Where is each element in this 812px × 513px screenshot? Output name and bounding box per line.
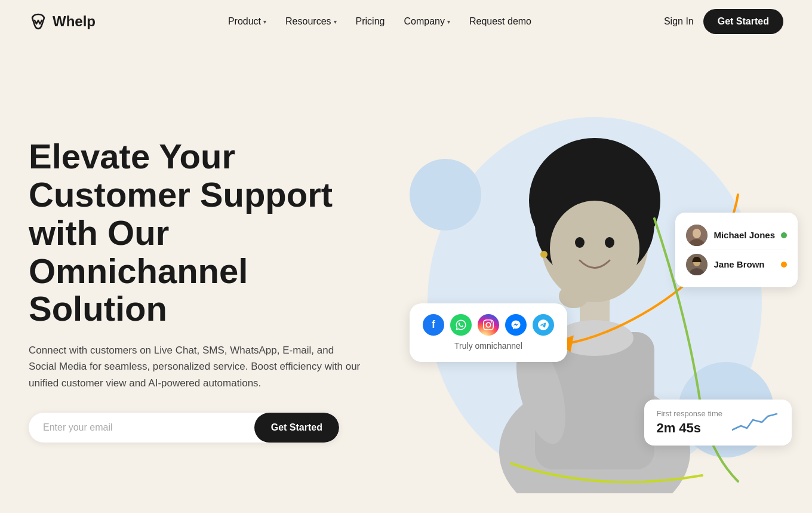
nav-item-pricing[interactable]: Pricing: [356, 16, 385, 27]
hero-visual: Michael Jones Jane Brown: [392, 87, 798, 493]
response-time-value: 2m 45s: [656, 420, 722, 436]
michael-status-dot: [781, 232, 787, 238]
svg-point-15: [693, 229, 701, 238]
whatsapp-svg: [455, 319, 467, 331]
svg-point-7: [575, 237, 585, 248]
card-omnichannel: f: [410, 303, 567, 362]
nav-link-product[interactable]: Product ▾: [228, 16, 266, 27]
card-response-time: First response time 2m 45s: [644, 400, 792, 446]
jane-status-dot: [781, 262, 787, 268]
facebook-icon: f: [423, 314, 444, 336]
nav-item-company[interactable]: Company ▾: [404, 16, 450, 27]
michael-avatar: [686, 225, 708, 246]
nav-link-request-demo[interactable]: Request demo: [469, 16, 531, 27]
jane-avatar: [686, 254, 708, 275]
messenger-svg: [510, 320, 521, 330]
hero-form: Get Started: [29, 413, 339, 443]
get-started-hero-button[interactable]: Get Started: [254, 413, 339, 443]
hero-content: Elevate Your Customer Support with Our O…: [29, 137, 363, 443]
nav-links: Product ▾ Resources ▾ Pricing Company ▾ …: [228, 16, 531, 27]
omnichannel-icons: f: [423, 314, 554, 336]
instagram-svg: [483, 320, 494, 330]
telegram-icon: [533, 314, 554, 336]
response-label: First response time: [656, 409, 722, 418]
michael-avatar-img: [686, 225, 708, 246]
messenger-icon: [505, 314, 527, 336]
instagram-icon: [478, 314, 499, 336]
svg-point-10: [556, 320, 633, 356]
nav-item-resources[interactable]: Resources ▾: [285, 16, 336, 27]
hero-subtitle: Connect with customers on Live Chat, SMS…: [29, 342, 363, 391]
jane-name: Jane Brown: [713, 259, 764, 269]
logo-link[interactable]: Whelp: [29, 12, 96, 31]
response-chart: [732, 409, 780, 435]
omnichannel-label: Truly omnichannel: [454, 341, 522, 351]
telegram-svg: [538, 320, 549, 330]
get-started-nav-button[interactable]: Get Started: [703, 9, 783, 34]
hero-title: Elevate Your Customer Support with Our O…: [29, 137, 363, 328]
resources-chevron-icon: ▾: [334, 19, 337, 25]
nav-link-resources[interactable]: Resources ▾: [285, 16, 336, 27]
hero-section: Elevate Your Customer Support with Our O…: [0, 43, 812, 513]
nav-item-product[interactable]: Product ▾: [228, 16, 266, 27]
response-text: First response time 2m 45s: [656, 409, 722, 436]
svg-point-8: [605, 237, 614, 248]
nav-item-request-demo[interactable]: Request demo: [469, 16, 531, 27]
logo-text: Whelp: [53, 13, 96, 30]
user-row-jane: Jane Brown: [686, 250, 787, 279]
company-chevron-icon: ▾: [447, 19, 450, 25]
card-users: Michael Jones Jane Brown: [675, 213, 798, 287]
nav-link-company[interactable]: Company ▾: [404, 16, 450, 27]
whelp-logo-icon: [29, 12, 48, 31]
email-input[interactable]: [29, 413, 254, 443]
user-row-michael: Michael Jones: [686, 221, 787, 250]
nav-actions: Sign In Get Started: [664, 9, 783, 34]
navbar: Whelp Product ▾ Resources ▾ Pricing Comp…: [0, 0, 812, 43]
response-chart-svg: [732, 409, 780, 433]
svg-point-6: [550, 201, 639, 296]
whatsapp-icon: [450, 314, 472, 336]
sign-in-button[interactable]: Sign In: [664, 16, 694, 27]
product-chevron-icon: ▾: [263, 19, 266, 25]
nav-link-pricing[interactable]: Pricing: [356, 16, 385, 27]
svg-point-9: [540, 251, 548, 258]
jane-avatar-img: [686, 254, 708, 275]
svg-point-12: [559, 284, 589, 308]
michael-name: Michael Jones: [713, 230, 775, 240]
